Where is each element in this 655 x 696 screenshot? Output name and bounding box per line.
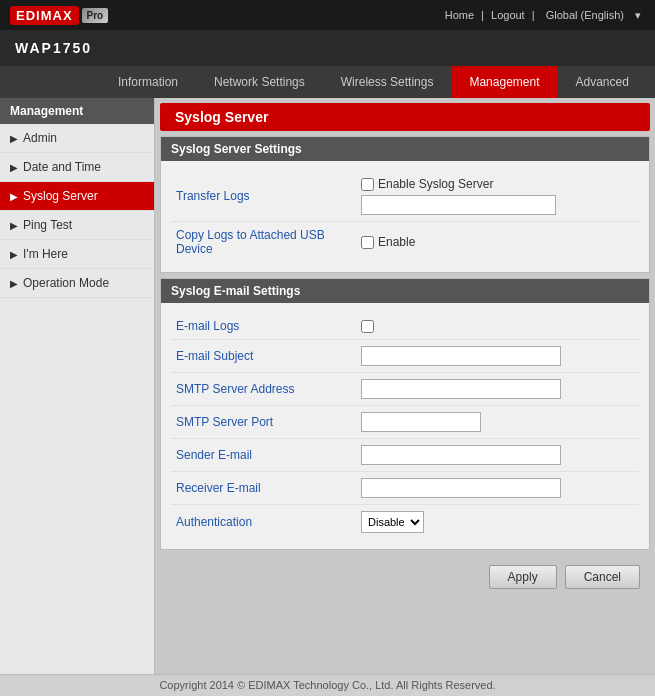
arrow-icon: ▶ xyxy=(10,249,18,260)
enable-syslog-checkbox-row: Enable Syslog Server xyxy=(361,177,556,191)
separator1: | xyxy=(481,9,487,21)
tab-management[interactable]: Management xyxy=(451,66,557,98)
receiver-email-label: Receiver E-mail xyxy=(176,481,361,495)
sidebar-header: Management xyxy=(0,98,154,124)
top-nav-links: Home | Logout | Global (English) ▾ xyxy=(445,9,645,22)
sidebar-label-ping-test: Ping Test xyxy=(23,218,72,232)
sidebar-label-im-here: I'm Here xyxy=(23,247,68,261)
smtp-address-label: SMTP Server Address xyxy=(176,382,361,396)
syslog-email-settings-header: Syslog E-mail Settings xyxy=(161,279,649,303)
edimax-logo-text: EDIMAX xyxy=(16,8,73,23)
button-row: Apply Cancel xyxy=(155,555,655,599)
arrow-icon: ▶ xyxy=(10,162,18,173)
email-subject-input[interactable] xyxy=(361,346,561,366)
sidebar-item-operation-mode[interactable]: ▶ Operation Mode xyxy=(0,269,154,298)
copy-logs-usb-label: Copy Logs to Attached USB Device xyxy=(176,228,361,256)
email-logs-checkbox[interactable] xyxy=(361,320,374,333)
tab-information[interactable]: Information xyxy=(100,66,196,98)
arrow-icon: ▶ xyxy=(10,278,18,289)
receiver-email-row: Receiver E-mail xyxy=(171,472,639,505)
top-header: EDIMAX Pro Home | Logout | Global (Engli… xyxy=(0,0,655,30)
nav-tabs: Information Network Settings Wireless Se… xyxy=(0,66,655,98)
model-bar: WAP1750 xyxy=(0,30,655,66)
cancel-button[interactable]: Cancel xyxy=(565,565,640,589)
arrow-icon: ▶ xyxy=(10,220,18,231)
content-area: Syslog Server Syslog Server Settings Tra… xyxy=(155,98,655,674)
email-logs-label: E-mail Logs xyxy=(176,319,361,333)
enable-usb-checkbox[interactable] xyxy=(361,236,374,249)
email-subject-row: E-mail Subject xyxy=(171,340,639,373)
syslog-server-settings-section: Syslog Server Settings Transfer Logs Ena… xyxy=(160,136,650,273)
sidebar-item-admin[interactable]: ▶ Admin xyxy=(0,124,154,153)
copy-logs-usb-control: Enable xyxy=(361,235,634,249)
tab-network-settings[interactable]: Network Settings xyxy=(196,66,323,98)
footer: Copyright 2014 © EDIMAX Technology Co., … xyxy=(0,674,655,696)
copy-logs-usb-row: Copy Logs to Attached USB Device Enable xyxy=(171,222,639,262)
footer-text: Copyright 2014 © EDIMAX Technology Co., … xyxy=(159,679,495,691)
syslog-server-input[interactable] xyxy=(361,195,556,215)
transfer-logs-control: Enable Syslog Server xyxy=(361,177,634,215)
sidebar-label-syslog-server: Syslog Server xyxy=(23,189,98,203)
sidebar-item-im-here[interactable]: ▶ I'm Here xyxy=(0,240,154,269)
edimax-logo: EDIMAX xyxy=(10,6,79,25)
logo-area: EDIMAX Pro xyxy=(10,6,108,25)
sidebar: Management ▶ Admin ▶ Date and Time ▶ Sys… xyxy=(0,98,155,674)
sender-email-row: Sender E-mail xyxy=(171,439,639,472)
authentication-label: Authentication xyxy=(176,515,361,529)
dropdown-arrow-icon: ▾ xyxy=(635,9,641,21)
main-layout: Management ▶ Admin ▶ Date and Time ▶ Sys… xyxy=(0,98,655,674)
separator2: | xyxy=(532,9,538,21)
arrow-icon: ▶ xyxy=(10,191,18,202)
tab-advanced[interactable]: Advanced xyxy=(557,66,646,98)
page-title: Syslog Server xyxy=(160,103,650,131)
syslog-server-settings-header: Syslog Server Settings xyxy=(161,137,649,161)
receiver-email-control xyxy=(361,478,634,498)
smtp-server-address-input[interactable] xyxy=(361,379,561,399)
smtp-port-label: SMTP Server Port xyxy=(176,415,361,429)
enable-syslog-checkbox[interactable] xyxy=(361,178,374,191)
smtp-server-port-input[interactable] xyxy=(361,412,481,432)
email-subject-control xyxy=(361,346,634,366)
transfer-logs-label: Transfer Logs xyxy=(176,189,361,203)
sender-email-label: Sender E-mail xyxy=(176,448,361,462)
transfer-logs-inputs: Enable Syslog Server xyxy=(361,177,556,215)
sidebar-item-date-and-time[interactable]: ▶ Date and Time xyxy=(0,153,154,182)
authentication-select[interactable]: Disable Enable xyxy=(361,511,424,533)
enable-syslog-label: Enable Syslog Server xyxy=(378,177,493,191)
sender-email-control xyxy=(361,445,634,465)
sender-email-input[interactable] xyxy=(361,445,561,465)
apply-button[interactable]: Apply xyxy=(489,565,557,589)
smtp-address-row: SMTP Server Address xyxy=(171,373,639,406)
smtp-port-row: SMTP Server Port xyxy=(171,406,639,439)
syslog-server-settings-body: Transfer Logs Enable Syslog Server C xyxy=(161,161,649,272)
arrow-icon: ▶ xyxy=(10,133,18,144)
authentication-control: Disable Enable xyxy=(361,511,634,533)
home-link[interactable]: Home xyxy=(445,9,474,21)
syslog-email-settings-body: E-mail Logs E-mail Subject SMTP Server A… xyxy=(161,303,649,549)
smtp-address-control xyxy=(361,379,634,399)
sidebar-item-ping-test[interactable]: ▶ Ping Test xyxy=(0,211,154,240)
sidebar-label-operation-mode: Operation Mode xyxy=(23,276,109,290)
logout-link[interactable]: Logout xyxy=(491,9,525,21)
receiver-email-input[interactable] xyxy=(361,478,561,498)
enable-usb-checkbox-row: Enable xyxy=(361,235,415,249)
tab-wireless-settings[interactable]: Wireless Settings xyxy=(323,66,452,98)
email-subject-label: E-mail Subject xyxy=(176,349,361,363)
language-selector[interactable]: Global (English) xyxy=(546,9,624,21)
transfer-logs-row: Transfer Logs Enable Syslog Server xyxy=(171,171,639,222)
email-logs-row: E-mail Logs xyxy=(171,313,639,340)
model-name: WAP1750 xyxy=(15,40,92,56)
email-logs-control xyxy=(361,320,634,333)
pro-badge: Pro xyxy=(82,8,109,23)
smtp-port-control xyxy=(361,412,634,432)
enable-usb-label: Enable xyxy=(378,235,415,249)
sidebar-label-admin: Admin xyxy=(23,131,57,145)
sidebar-label-date-and-time: Date and Time xyxy=(23,160,101,174)
sidebar-item-syslog-server[interactable]: ▶ Syslog Server xyxy=(0,182,154,211)
syslog-email-settings-section: Syslog E-mail Settings E-mail Logs E-mai… xyxy=(160,278,650,550)
authentication-row: Authentication Disable Enable xyxy=(171,505,639,539)
